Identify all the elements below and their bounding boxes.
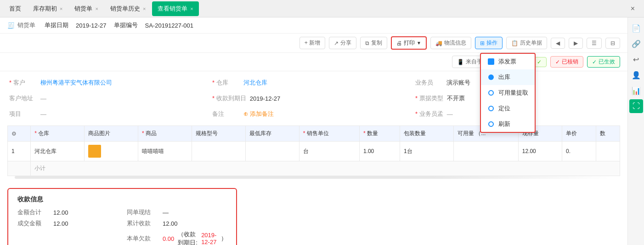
list-view-button[interactable]: ☰ <box>587 38 602 49</box>
amount-value: 12.00 <box>53 209 68 216</box>
row-unit: 台 <box>299 142 359 161</box>
prev-button[interactable]: ◀ <box>551 38 565 49</box>
outbound-item[interactable]: 出库 <box>481 69 535 85</box>
sidebar-doc-icon[interactable]: 📄 <box>629 21 643 35</box>
balance-row: 本单欠款 0.00 （收款到期日: 2019-12-27 ） <box>127 230 227 245</box>
toolbar: + 新增 ↗ 分享 ⧉ 复制 🖨 打印 ▼ 🚚 物流信息 ⊞ 操作 <box>0 34 627 53</box>
row-price: 0. <box>562 142 596 161</box>
row-img <box>85 142 138 161</box>
gear-icon[interactable]: ⚙ <box>11 131 17 137</box>
number-label: 单据编号 <box>114 21 138 29</box>
tab-view-sales-order[interactable]: 查看销货单 × <box>152 1 198 16</box>
tab-view-sales-label: 查看销货单 <box>158 5 187 13</box>
sidebar-user-icon[interactable]: 👤 <box>629 68 643 82</box>
copy-icon: ⧉ <box>365 40 369 46</box>
row-extra <box>596 142 620 161</box>
row-spec <box>192 142 245 161</box>
close-sales-order-icon[interactable]: × <box>95 6 98 11</box>
doc-meta: 单据日期 2019-12-27 单据编号 SA-20191227-001 <box>45 21 193 29</box>
share-icon: ↗ <box>334 40 339 46</box>
col-settings[interactable]: ⚙ <box>8 126 31 142</box>
tab-sales-history[interactable]: 销货单历史 × <box>105 1 151 16</box>
scroll-hint <box>15 176 613 179</box>
new-button[interactable]: + 新增 <box>299 37 325 49</box>
tab-inventory-init[interactable]: 库存期初 × <box>28 1 68 16</box>
close-view-sales-icon[interactable]: × <box>190 6 193 11</box>
col-unit: 销售单位 <box>299 126 359 142</box>
address-label: 客户地址 <box>9 94 37 103</box>
tab-sales-history-label: 销货单历史 <box>110 5 140 13</box>
locate-label: 定位 <box>498 104 510 113</box>
project-label: 项目 <box>9 110 37 118</box>
customer-row: 客户 柳州粤港平安气体有限公司 <box>9 77 212 89</box>
circle-icon <box>487 74 495 81</box>
add-note-link[interactable]: ⊕ 添加备注 <box>243 110 274 118</box>
payment-date-row: 收款到期日 2019-12-27 <box>212 92 415 104</box>
row-num: 1 <box>8 142 31 161</box>
history-button[interactable]: 📋 历史单据 <box>506 37 547 49</box>
circle-outline-icon-3 <box>487 120 495 128</box>
sidebar-expand-icon[interactable]: ⛶ <box>629 99 643 113</box>
history-icon: 📋 <box>511 40 518 46</box>
truck-icon: 🚚 <box>435 40 442 46</box>
tab-sales-order-label: 销货单 <box>74 5 92 13</box>
grid-view-button[interactable]: ⊟ <box>605 38 620 49</box>
add-invoice-label: 添发票 <box>498 57 516 66</box>
col-warehouse: 仓库 <box>31 126 85 142</box>
subtotal-text: 小计 <box>31 161 620 176</box>
balance-note2: ） <box>221 234 227 243</box>
row-qty: 1.00 <box>359 142 400 161</box>
sales-rep-value: — <box>447 111 453 118</box>
tab-home[interactable]: 首页 <box>4 1 27 16</box>
logistics-button[interactable]: 🚚 物流信息 <box>430 37 471 49</box>
grid-icon: ⊞ <box>480 40 485 46</box>
tab-inventory-init-label: 库存期初 <box>33 5 57 13</box>
row-warehouse: 河北仓库 <box>31 142 85 161</box>
balance-label: 本单欠款 <box>127 234 159 243</box>
effective-icon: ✓ <box>592 59 597 65</box>
sales-rep-label: 业务员孟 <box>415 110 443 118</box>
ticket-value: 不开票 <box>447 94 465 103</box>
col-min-stock: 最低库存 <box>245 126 299 142</box>
plus-icon: ⊕ <box>243 110 248 117</box>
copy-button[interactable]: ⧉ 复制 <box>360 37 387 49</box>
tab-bar: 首页 库存期初 × 销货单 × 销货单历史 × 查看销货单 × × <box>0 0 644 17</box>
doc-type-label: 销货单 <box>17 21 35 29</box>
close-sales-history-icon[interactable]: × <box>143 6 146 11</box>
address-value: — <box>40 95 46 102</box>
next-button[interactable]: ▶ <box>569 38 583 49</box>
locate-item[interactable]: 定位 <box>481 101 535 116</box>
sidebar-chart-icon[interactable]: 📊 <box>629 84 643 97</box>
summary-title: 收款信息 <box>17 195 227 204</box>
doc-type-title: 🧾 销货单 <box>7 21 35 29</box>
tab-sales-order[interactable]: 销货单 × <box>69 1 103 16</box>
summary-grid: 金额合计 12.00 成交金额 12.00 同单现结 — 累计收款 <box>17 208 227 245</box>
phone-icon: 📱 <box>457 59 464 65</box>
col-qty: 数量 <box>359 126 400 142</box>
circle-outline-icon-2 <box>487 105 495 112</box>
available-qty-item[interactable]: 可用量提取 <box>481 85 535 101</box>
amount-label: 金额合计 <box>17 208 50 217</box>
circle-outline-icon-1 <box>487 89 495 97</box>
col-product: 商品 <box>138 126 192 142</box>
print-button[interactable]: 🖨 打印 ▼ <box>391 36 427 50</box>
refresh-item[interactable]: 刷新 <box>481 116 535 132</box>
note-label: 备注 <box>212 110 240 118</box>
close-inventory-init-icon[interactable]: × <box>60 6 62 11</box>
window-close-icon[interactable]: × <box>625 3 640 15</box>
operation-button[interactable]: ⊞ 操作 <box>475 37 503 49</box>
row-pkg-qty: 1台 <box>400 142 454 161</box>
cumulative-label: 累计收款 <box>127 219 159 228</box>
address-row: 客户地址 — <box>9 92 212 104</box>
print-dropdown-icon[interactable]: ▼ <box>417 40 421 46</box>
balance-note: （收款到期日: <box>178 230 198 245</box>
sidebar-back-icon[interactable]: ↩ <box>629 52 643 66</box>
col-price: 单价 <box>562 126 596 142</box>
sidebar-link-icon[interactable]: 🔗 <box>629 37 643 51</box>
add-invoice-item[interactable]: 添发票 <box>481 54 535 69</box>
balance-value: 0.00 <box>163 235 174 242</box>
share-button[interactable]: ↗ 分享 <box>329 37 356 49</box>
same-order-row: 同单现结 — <box>127 208 227 217</box>
amount-row: 金额合计 12.00 <box>17 208 118 217</box>
summary-box: 收款信息 金额合计 12.00 成交金额 12.00 同单现结 — <box>7 188 237 245</box>
